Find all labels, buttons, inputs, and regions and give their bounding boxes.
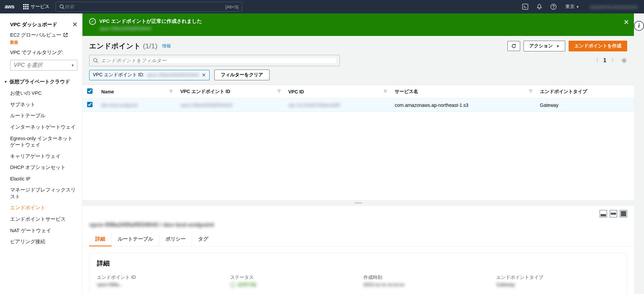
vpc-select-placeholder: VPC を選択 bbox=[14, 62, 42, 69]
sidebar-item[interactable]: ピアリング接続 bbox=[0, 236, 82, 248]
cloudshell-icon[interactable] bbox=[518, 0, 532, 13]
sidebar-dashboard-link[interactable]: VPC ダッシュボード bbox=[10, 22, 57, 28]
svg-point-6 bbox=[623, 59, 625, 61]
vpc-filter-label: VPC でフィルタリング: bbox=[0, 47, 82, 58]
chip-value: vpce-098a345faf5f34943 bbox=[147, 72, 199, 78]
sidebar-ec2-global[interactable]: EC2 グローバルビュー bbox=[0, 30, 82, 40]
pager: 〈 1 〉 bbox=[593, 57, 627, 64]
page-count: (1/1) bbox=[143, 42, 157, 50]
sidebar-item[interactable]: インターネットゲートウェイ bbox=[0, 122, 82, 133]
sidebar-item[interactable]: サブネット bbox=[0, 99, 82, 111]
close-icon[interactable]: ✕ bbox=[72, 21, 77, 28]
view-bottom[interactable] bbox=[600, 210, 607, 217]
tab[interactable]: ポリシー bbox=[159, 233, 192, 246]
vpc-select[interactable]: VPC を選択 bbox=[10, 60, 77, 71]
cell-endpoint-id[interactable]: vpce-098a345faf5f34943 bbox=[180, 102, 232, 108]
search-icon bbox=[59, 4, 65, 9]
caret-down-icon: ▼ bbox=[576, 5, 579, 9]
field-label: 作成時刻 bbox=[363, 275, 487, 281]
grid-icon bbox=[23, 4, 29, 9]
detail-field: 作成時刻 2023-xx-xx xx:xx:xx bbox=[363, 275, 487, 288]
sort-icon: ▽ bbox=[529, 89, 532, 93]
clear-filters-button[interactable]: フィルターをクリア bbox=[214, 70, 270, 80]
sidebar-item[interactable]: エンドポイントサービス bbox=[0, 214, 82, 225]
detail-field: エンドポイント ID vpce-098a... bbox=[97, 275, 220, 288]
detail-tabs: 詳細ルートテーブルポリシータグ bbox=[82, 233, 634, 247]
page-header: エンドポイント (1/1) 情報 アクション エンドポイントを作成 bbox=[82, 36, 634, 55]
help-icon[interactable] bbox=[546, 0, 561, 13]
table-row[interactable]: dev-test-endpoint vpce-098a345faf5f34943… bbox=[82, 98, 634, 112]
flash-subtitle: vpce-098a345faf5f34943 bbox=[99, 26, 202, 31]
sidebar-item[interactable]: Egress-only インターネットゲートウェイ bbox=[0, 133, 82, 151]
flash-close-icon[interactable]: ✕ bbox=[623, 18, 629, 26]
sidebar-item[interactable]: Elastic IP bbox=[0, 173, 82, 185]
external-link-icon bbox=[63, 33, 68, 37]
content: i ✓ VPC エンドポイントが正常に作成されました vpce-098a345f… bbox=[82, 13, 644, 294]
col-name[interactable]: Name▽ bbox=[97, 85, 176, 98]
actions-dropdown[interactable]: アクション bbox=[524, 41, 565, 51]
topnav-right: 東京 ▼ account-id-xxxxxxxxxxxx bbox=[518, 0, 644, 13]
col-service-name[interactable]: サービス名▽ bbox=[391, 85, 536, 98]
chip-remove-icon[interactable]: ✕ bbox=[202, 72, 206, 78]
tab[interactable]: ルートテーブル bbox=[112, 233, 159, 246]
sidebar-item[interactable]: DHCP オプションセット bbox=[0, 162, 82, 173]
view-split[interactable] bbox=[610, 210, 617, 217]
cell-vpc-id[interactable]: vpc-0123456789abcdef0 bbox=[288, 102, 340, 108]
create-endpoint-button[interactable]: エンドポイントを作成 bbox=[569, 41, 627, 51]
pager-current: 1 bbox=[603, 57, 606, 64]
region-selector[interactable]: 東京 ▼ bbox=[561, 4, 584, 10]
notifications-icon[interactable] bbox=[532, 0, 546, 13]
svg-point-4 bbox=[94, 58, 97, 62]
filter-input-wrap[interactable] bbox=[89, 55, 340, 66]
actions-label: アクション bbox=[529, 43, 553, 49]
col-type[interactable]: エンドポイントタイプ bbox=[536, 85, 634, 98]
services-menu[interactable]: サービス bbox=[19, 0, 53, 13]
tab[interactable]: 詳細 bbox=[89, 233, 112, 246]
split-handle[interactable] bbox=[82, 200, 634, 206]
col-endpoint-id[interactable]: VPC エンドポイント ID▽ bbox=[176, 85, 284, 98]
settings-icon[interactable] bbox=[621, 57, 627, 64]
active-filters: VPC エンドポイント ID: vpce-098a345faf5f34943 ✕… bbox=[82, 70, 634, 84]
view-full[interactable] bbox=[620, 210, 627, 217]
new-badge: 新規 bbox=[0, 40, 82, 45]
sidebar-item[interactable]: キャリアゲートウェイ bbox=[0, 151, 82, 162]
section-vpc-label: 仮想プライベートクラウド bbox=[9, 79, 70, 85]
services-label: サービス bbox=[31, 4, 49, 10]
field-label: エンドポイント ID bbox=[97, 275, 220, 281]
select-all-checkbox[interactable] bbox=[87, 88, 93, 94]
field-label: エンドポイントタイプ bbox=[496, 275, 619, 281]
sidebar-item[interactable]: お使いの VPC bbox=[0, 88, 82, 99]
tab[interactable]: タグ bbox=[192, 233, 214, 246]
sidebar-item[interactable]: ルートテーブル bbox=[0, 110, 82, 122]
svg-point-0 bbox=[60, 5, 63, 8]
info-link[interactable]: 情報 bbox=[162, 43, 171, 49]
check-circle-icon: ✓ bbox=[89, 18, 96, 25]
sidebar-item[interactable]: マネージドプレフィックスリスト bbox=[0, 184, 82, 202]
search-input[interactable] bbox=[65, 4, 225, 9]
detail-header bbox=[82, 206, 634, 219]
top-nav: aws サービス [Alt+S] 東京 ▼ account-id-xxxxxxx… bbox=[0, 0, 644, 13]
refresh-button[interactable] bbox=[507, 41, 520, 51]
refresh-icon bbox=[511, 43, 516, 49]
section-vpc[interactable]: 仮想プライベートクラウド bbox=[0, 75, 82, 88]
page-title: エンドポイント (1/1) bbox=[89, 41, 157, 51]
sidebar-item[interactable]: エンドポイント bbox=[0, 202, 82, 214]
filter-input[interactable] bbox=[101, 58, 336, 63]
aws-logo[interactable]: aws bbox=[0, 4, 19, 10]
detail-card-title: 詳細 bbox=[97, 259, 619, 268]
cell-name: dev-test-endpoint bbox=[101, 102, 138, 108]
header-actions: アクション エンドポイントを作成 bbox=[507, 41, 627, 51]
col-vpc-id[interactable]: VPC ID▽ bbox=[284, 85, 391, 98]
select-all-header[interactable] bbox=[82, 85, 97, 98]
pager-prev[interactable]: 〈 bbox=[593, 57, 599, 64]
account-menu[interactable]: account-id-xxxxxxxxxxxx bbox=[584, 4, 644, 9]
search-box[interactable]: [Alt+S] bbox=[56, 2, 242, 12]
cell-type: Gateway bbox=[536, 98, 634, 112]
sidebar-item[interactable]: NAT ゲートウェイ bbox=[0, 225, 82, 237]
sidebar: VPC ダッシュボード ✕ EC2 グローバルビュー 新規 VPC でフィルタリ… bbox=[0, 13, 82, 294]
info-panel-toggle[interactable]: i bbox=[634, 21, 644, 31]
sort-icon: ▽ bbox=[384, 89, 387, 93]
pager-next[interactable]: 〉 bbox=[611, 57, 616, 64]
svg-line-5 bbox=[97, 61, 98, 63]
row-checkbox[interactable] bbox=[87, 102, 93, 107]
